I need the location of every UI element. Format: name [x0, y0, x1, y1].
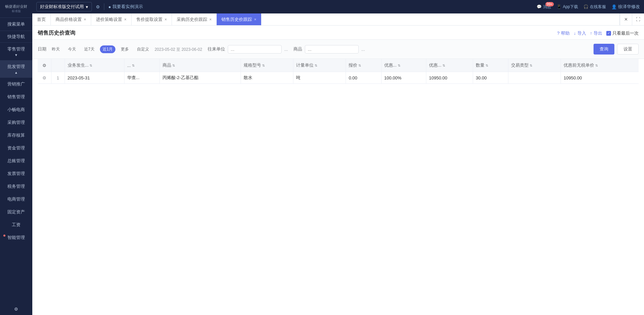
product-selector[interactable]: 好业财标准版交付试用 ▾: [36, 2, 92, 11]
date-yesterday-btn[interactable]: 昨天: [49, 45, 63, 53]
date-7days-btn[interactable]: 近7天: [81, 45, 97, 53]
sidebar-item-search[interactable]: 搜索菜单: [0, 18, 32, 31]
sidebar-item-accounting[interactable]: 总账管理: [0, 154, 32, 167]
col-biz-date[interactable]: 业务发生... ⇅: [65, 59, 124, 72]
close-icon[interactable]: ×: [124, 17, 127, 22]
sidebar-item-tax[interactable]: 税务管理: [0, 180, 32, 193]
product-more-btn[interactable]: ...: [361, 47, 365, 52]
row-pretax-price: 10950.00: [561, 72, 639, 84]
product-filter-input[interactable]: [305, 45, 359, 54]
sidebar-item-payroll[interactable]: 工资: [0, 218, 32, 231]
page-header: 销售历史价查询 ? 帮助 ↓ 导入 ↑ 导出: [32, 26, 644, 40]
tab-purchase-history[interactable]: 采购历史价跟踪 ×: [172, 13, 217, 26]
export-icon: ↑: [590, 31, 593, 36]
sidebar-item-sales[interactable]: 销售管理: [0, 91, 32, 103]
import-icon: ↓: [574, 31, 576, 36]
only-last-label: 只看最后一次: [612, 30, 639, 36]
date-today-btn[interactable]: 今天: [65, 45, 79, 53]
filter-actions: 查询 设置: [594, 44, 639, 55]
sort-icon: ⇅: [530, 64, 532, 67]
col-product[interactable]: 商品 ⇅: [159, 59, 241, 72]
sidebar-item-wholesale[interactable]: 批发管理 ▲: [0, 60, 32, 78]
sidebar-item-assets[interactable]: 固定资产: [0, 206, 32, 218]
app-download-label: App下载: [563, 4, 578, 10]
close-icon[interactable]: ×: [209, 17, 212, 22]
col-quantity[interactable]: 数量 ⇅: [473, 59, 508, 72]
row-discount2: 10950.00: [426, 72, 473, 84]
sidebar-settings[interactable]: ⚙: [0, 303, 32, 315]
purchase-label: 采购管理: [7, 119, 25, 126]
top-bar: 好业财标准版交付试用 ▾ ⚙ ● 我要看实例演示 💬 消息 99+ 📱 App下…: [32, 0, 644, 13]
col-discount1[interactable]: 优惠... ⇅: [381, 59, 426, 72]
sidebar-item-finance[interactable]: 资金管理: [0, 142, 32, 154]
sidebar-item-smart[interactable]: 智能管理: [0, 231, 32, 244]
tab-price-extract[interactable]: 售价提取设置 ×: [132, 13, 172, 26]
page-title: 销售历史价查询: [38, 30, 75, 37]
import-button[interactable]: ↓ 导入: [574, 30, 586, 36]
row-quantity: 30.00: [473, 72, 508, 84]
help-label: 帮助: [561, 30, 570, 36]
message-button[interactable]: 💬 消息 99+: [537, 4, 551, 10]
product-filter-label: 商品: [293, 46, 302, 52]
tab-home[interactable]: 首页: [32, 13, 51, 26]
sort-icon: ⇅: [595, 64, 598, 67]
export-button[interactable]: ↑ 导出: [590, 30, 603, 36]
date-custom-btn[interactable]: 自定义: [134, 45, 152, 53]
close-icon[interactable]: ×: [165, 17, 167, 22]
help-button[interactable]: ? 帮助: [557, 30, 570, 36]
col-extra[interactable]: ... ⇅: [124, 59, 159, 72]
filter-bar: 日期 昨天 今天 近7天 近1月 更多 自定义 2023-05-02 至 202…: [32, 40, 644, 59]
tab-expand-button[interactable]: ⛶: [632, 13, 644, 26]
date-1month-btn[interactable]: 近1月: [100, 45, 116, 53]
app-download-button[interactable]: 📱 App下载: [557, 4, 578, 10]
col-pretax-price[interactable]: 优惠前无税单价 ⇅: [561, 59, 639, 72]
row-gear[interactable]: ⚙: [38, 72, 51, 84]
col-unit[interactable]: 计量单位 ⇅: [293, 59, 346, 72]
sidebar-item-ecommerce-small[interactable]: 小畅电商: [0, 103, 32, 116]
from-unit-filter: 往来单位 ...: [208, 45, 288, 54]
message-badge: 99+: [545, 2, 554, 6]
sort-icon: ⇅: [172, 64, 175, 67]
sort-icon: ⇅: [358, 64, 361, 67]
date-filter-label: 日期: [38, 46, 46, 52]
main-area: 好业财标准版交付试用 ▾ ⚙ ● 我要看实例演示 💬 消息 99+ 📱 App下…: [32, 0, 644, 315]
from-unit-input[interactable]: [228, 45, 282, 54]
tab-bar: 首页 商品价格设置 × 进价策略设置 × 售价提取设置 × 采购历史价跟踪 × …: [32, 13, 644, 26]
date-more-btn[interactable]: 更多: [118, 45, 132, 53]
setting-button[interactable]: 设置: [617, 44, 639, 55]
close-icon[interactable]: ×: [84, 17, 86, 22]
tab-close-button[interactable]: ✕: [620, 13, 632, 26]
divider: [104, 3, 104, 10]
col-spec[interactable]: 规格型号 ⇅: [241, 59, 293, 72]
sidebar-item-quicknav[interactable]: 快捷导航: [0, 31, 32, 43]
sidebar-item-inventory[interactable]: 库存核算: [0, 129, 32, 142]
from-unit-more-btn[interactable]: ...: [284, 47, 288, 52]
sidebar-item-invoice[interactable]: 发票管理: [0, 167, 32, 180]
sort-icon: ⇅: [442, 64, 445, 67]
sales-label: 销售管理: [7, 94, 25, 100]
query-button[interactable]: 查询: [594, 44, 614, 55]
tab-purchase-history-label: 采购历史价跟踪: [177, 16, 207, 23]
tab-product-price[interactable]: 商品价格设置 ×: [51, 13, 91, 26]
sidebar-item-marketing[interactable]: 营销推广: [0, 78, 32, 91]
marketing-label: 营销推广: [7, 81, 25, 87]
sidebar-item-purchase[interactable]: 采购管理: [0, 116, 32, 129]
col-discount2[interactable]: 优惠... ⇅: [426, 59, 473, 72]
sidebar-item-ecommerce[interactable]: 电商管理: [0, 193, 32, 206]
tab-home-label: 首页: [37, 16, 46, 23]
user-menu[interactable]: 👤 徐泽华修改: [611, 4, 640, 10]
settings-icon[interactable]: ⚙: [96, 4, 100, 9]
only-last-checkbox[interactable]: ✓ 只看最后一次: [606, 30, 639, 36]
col-trade-type[interactable]: 交易类型 ⇅: [508, 59, 561, 72]
online-service-button[interactable]: 🎧 在线客服: [583, 4, 606, 10]
tab-purchase-strategy[interactable]: 进价策略设置 ×: [91, 13, 132, 26]
sort-icon: ⇅: [486, 64, 488, 67]
col-price[interactable]: 报价 ⇅: [346, 59, 381, 72]
demo-link[interactable]: ● 我要看实例演示: [108, 4, 143, 10]
sidebar-item-retail[interactable]: 零售管理 ▼: [0, 43, 32, 60]
tab-bar-actions: ✕ ⛶: [619, 13, 644, 26]
from-unit-label: 往来单位: [208, 46, 225, 52]
tab-sales-history[interactable]: 销售历史价跟踪 ×: [217, 13, 261, 26]
gear-icon[interactable]: ⚙: [42, 63, 46, 68]
close-icon[interactable]: ×: [254, 17, 256, 22]
